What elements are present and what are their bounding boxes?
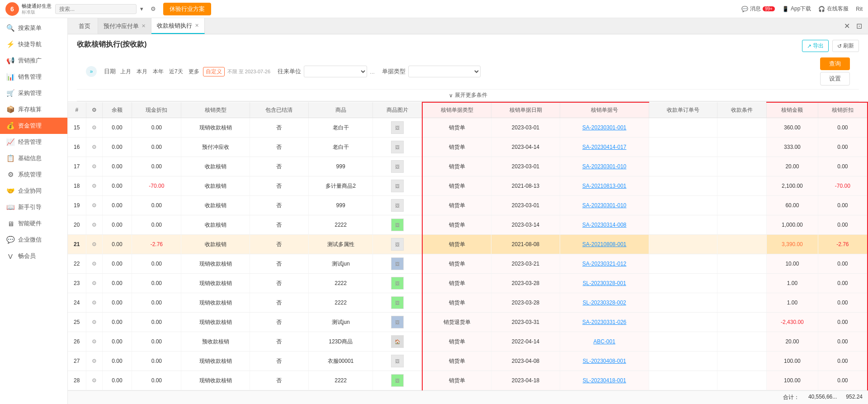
- sidebar-item-6[interactable]: 💰资金管理: [0, 118, 67, 134]
- search-input[interactable]: [55, 4, 137, 14]
- verify-bill-link[interactable]: SA-20210813-001: [582, 183, 626, 189]
- td-receipt_order_no: [649, 118, 717, 138]
- settings-icon[interactable]: ⚙: [147, 3, 160, 15]
- party-select[interactable]: [304, 66, 367, 77]
- sidebar-item-3[interactable]: 📊销售管理: [0, 69, 67, 85]
- sidebar-item-7[interactable]: 📈经营管理: [0, 134, 67, 150]
- sidebar-item-12[interactable]: 🖥智能硬件: [0, 215, 67, 232]
- row-settings-icon[interactable]: ⚙: [92, 202, 97, 209]
- td-settings: ⚙: [86, 352, 102, 371]
- table-container[interactable]: #⚙余额现金折扣核销类型包含已结清商品商品图片核销单据类型核销单据日期核销单据号…: [68, 102, 868, 404]
- sidebar-label-10: 企业协同: [18, 187, 42, 195]
- row-settings-icon[interactable]: ⚙: [92, 241, 97, 247]
- verify-bill-link[interactable]: SA-20230301-010: [582, 202, 626, 209]
- verify-bill-link[interactable]: SL-20230328-001: [583, 280, 626, 286]
- date-7days[interactable]: 近7天: [167, 67, 185, 76]
- export-btn[interactable]: ↗ 导出: [802, 40, 829, 52]
- tab-verify-close[interactable]: ✕: [195, 23, 199, 29]
- td-goods_img[interactable]: 🖼: [373, 274, 423, 293]
- user-account[interactable]: Rit: [856, 6, 863, 12]
- row-settings-icon[interactable]: ⚙: [92, 183, 97, 189]
- td-goods_img[interactable]: 🖼: [373, 352, 423, 371]
- row-settings-icon[interactable]: ⚙: [92, 222, 97, 228]
- query-btn[interactable]: 查询: [820, 57, 850, 70]
- verify-bill-link[interactable]: SL-20230418-001: [583, 377, 626, 384]
- verify-bill-link[interactable]: SA-20230314-008: [582, 222, 626, 228]
- row-settings-icon[interactable]: ⚙: [92, 280, 97, 286]
- td-goods_img[interactable]: 🖼: [373, 196, 423, 215]
- td-goods_img[interactable]: 🖼: [373, 138, 423, 157]
- total-label: 合计：: [783, 394, 799, 401]
- tab-close-window-btn[interactable]: ✕: [842, 21, 852, 31]
- row-settings-icon[interactable]: ⚙: [92, 358, 97, 364]
- verify-bill-link[interactable]: SA-20230301-010: [582, 163, 626, 170]
- td-goods_img[interactable]: 🖼: [373, 157, 423, 176]
- app-download-btn[interactable]: 📱 App下载: [782, 5, 811, 13]
- td-verify_bill_type: 销货单: [422, 371, 491, 390]
- td-verify_amount: 20.00: [767, 157, 818, 176]
- date-this-month[interactable]: 本月: [135, 67, 149, 76]
- verify-bill-link[interactable]: SA-20230331-026: [582, 319, 626, 325]
- td-goods_img[interactable]: 🖼: [373, 313, 423, 332]
- message-btn[interactable]: 💬 消息 99+: [741, 5, 775, 13]
- search-dropdown-btn[interactable]: ▾: [140, 5, 143, 12]
- td-verify_discount: -70.00: [818, 176, 868, 196]
- td-goods_img[interactable]: 🖼: [373, 254, 423, 274]
- row-settings-icon[interactable]: ⚙: [92, 338, 97, 345]
- verify-bill-link[interactable]: SA-20230321-012: [582, 261, 626, 267]
- verify-bill-link[interactable]: SA-20230301-001: [582, 124, 626, 131]
- row-settings-icon[interactable]: ⚙: [92, 319, 97, 325]
- tab-prepay[interactable]: 预付冲应付单 ✕: [98, 18, 151, 34]
- row-settings-icon[interactable]: ⚙: [92, 163, 97, 170]
- online-service-btn[interactable]: 🎧 在线客服: [818, 5, 849, 13]
- sidebar-item-4[interactable]: 🛒采购管理: [0, 85, 67, 101]
- tab-prepay-close[interactable]: ✕: [142, 23, 146, 29]
- td-goods_img[interactable]: 🏠: [373, 332, 423, 352]
- refresh-btn[interactable]: ↺ 刷新: [832, 40, 859, 52]
- date-last-month[interactable]: 上月: [118, 67, 133, 76]
- sidebar-item-10[interactable]: 🤝企业协同: [0, 183, 67, 199]
- tab-verify[interactable]: 收款核销执行 ✕: [151, 18, 205, 34]
- sidebar-item-9[interactable]: ⚙系统管理: [0, 166, 67, 183]
- settings-btn[interactable]: 设置: [820, 72, 850, 86]
- row-settings-icon[interactable]: ⚙: [92, 124, 97, 131]
- date-this-year[interactable]: 本年: [151, 67, 165, 76]
- date-more[interactable]: 更多: [187, 67, 201, 76]
- td-goods_img[interactable]: 🖼: [373, 176, 423, 196]
- td-goods_img[interactable]: 🖼: [373, 371, 423, 390]
- sidebar-item-8[interactable]: 📋基础信息: [0, 150, 67, 166]
- sidebar-item-13[interactable]: 💬企业微信: [0, 232, 67, 248]
- product-img-empty: 🖼: [391, 160, 404, 173]
- more-conditions-bar[interactable]: ∨ 展开更多条件: [77, 90, 859, 101]
- td-goods_img[interactable]: 🖼: [373, 235, 423, 254]
- td-goods: 衣服00001: [309, 352, 373, 371]
- sidebar-item-0[interactable]: 🔍搜索菜单: [0, 20, 67, 36]
- sidebar-icon-5: 📦: [6, 105, 14, 114]
- sidebar-item-1[interactable]: ⚡快捷导航: [0, 36, 67, 52]
- td-no: 15: [68, 118, 86, 138]
- td-goods_img[interactable]: 🖼: [373, 118, 423, 138]
- tab-home[interactable]: 首页: [71, 18, 98, 34]
- row-settings-icon[interactable]: ⚙: [92, 261, 97, 267]
- td-goods_img[interactable]: 🖼: [373, 293, 423, 313]
- td-goods_img[interactable]: 🖼: [373, 215, 423, 235]
- verify-bill-link[interactable]: SL-20230408-001: [583, 358, 626, 364]
- verify-bill-link[interactable]: SA-20230414-017: [582, 144, 626, 150]
- row-settings-icon[interactable]: ⚙: [92, 144, 97, 150]
- row-settings-icon[interactable]: ⚙: [92, 299, 97, 306]
- row-settings-icon[interactable]: ⚙: [92, 377, 97, 384]
- date-custom[interactable]: 自定义: [203, 67, 225, 76]
- sidebar-item-14[interactable]: V畅会员: [0, 248, 67, 264]
- verify-bill-link[interactable]: SL-20230328-002: [583, 299, 626, 306]
- sidebar-item-11[interactable]: 📖新手引导: [0, 199, 67, 215]
- type-select[interactable]: [408, 66, 481, 77]
- industry-solution-btn[interactable]: 休验行业方案: [163, 3, 211, 15]
- date-options: 上月 本月 本年 近7天 更多 自定义: [118, 67, 225, 76]
- verify-bill-link[interactable]: SA-20210808-001: [582, 241, 626, 247]
- sidebar-item-2[interactable]: 📢营销推广: [0, 52, 67, 69]
- verify-bill-link[interactable]: ABC-001: [593, 338, 615, 345]
- th-no: #: [68, 102, 86, 118]
- sidebar-item-5[interactable]: 📦库存核算: [0, 101, 67, 118]
- filter-expand-btn[interactable]: »: [86, 66, 97, 77]
- tab-maximize-btn[interactable]: ⊡: [854, 21, 864, 31]
